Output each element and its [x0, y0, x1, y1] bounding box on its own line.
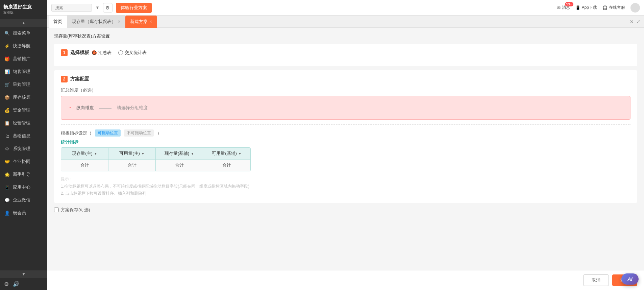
sidebar-item-member[interactable]: 👤畅会员 — [0, 207, 47, 219]
app-download-icon: 📱 — [575, 5, 580, 10]
sidebar-item-apps[interactable]: 📱应用中心 — [0, 181, 47, 194]
sidebar-item-procurement[interactable]: 🛒采购管理 — [0, 78, 47, 91]
tabs-right-controls: ✕ ⤢ — [630, 19, 644, 24]
indicator-header-cell-2[interactable]: 现存量(基辅)▼ — [156, 148, 203, 159]
indicator-label-suffix: ） — [157, 130, 162, 136]
app-download-label: App下载 — [582, 5, 597, 10]
user-avatar[interactable] — [630, 3, 640, 13]
sidebar-item-contracts[interactable]: 🤝企业协同 — [0, 155, 47, 168]
tips-section: 提示： 1.拖动标题栏可以调整布局，不可跨维度或指标区域拖动栏目字段(只能在同一… — [61, 175, 630, 197]
topbar-right: ✉ 消息 99+ 📱 App下载 🎧 在线客服 — [557, 3, 640, 13]
indicator-settings: 模板指标设定（ 可拖动位置 不可拖动位置 ） 统计指标 现存量(主)▼可用量(主… — [61, 129, 630, 171]
online-service-button[interactable]: 🎧 在线客服 — [602, 5, 625, 10]
tip-2: 2. 点击标题栏下拉可设置排序、插入列和删除列 — [61, 190, 630, 197]
sidebar-icon-quick-nav: ⚡ — [4, 43, 10, 49]
step1-section: 1 选择模板 汇总表 交叉统计表 — [54, 44, 637, 66]
indicator-data-cell-2: 合计 — [156, 160, 203, 171]
sidebar-icon-system: ⚙ — [4, 146, 10, 152]
step2-badge: 2 — [61, 76, 68, 82]
ai-float-button[interactable]: Ai — [621, 273, 639, 285]
tab-inventory-status[interactable]: 现存量（库存状况表） × — [67, 16, 125, 28]
cancel-button[interactable]: 取消 — [583, 274, 609, 286]
template-radio-group: 汇总表 交叉统计表 — [92, 50, 147, 56]
save-option-label: 方案保存(可选) — [61, 207, 90, 213]
indicator-header-cell-1[interactable]: 可用量(主)▼ — [108, 148, 156, 159]
sidebar-icon-contracts: 🤝 — [4, 159, 10, 165]
dimension-placeholder-row: * 纵向维度 —— 请选择分组维度 — [69, 104, 148, 112]
sidebar-item-wechat[interactable]: 💬企业微信 — [0, 194, 47, 207]
sidebar-item-sales[interactable]: 📊销售管理 — [0, 65, 47, 78]
sidebar-label-procurement: 采购管理 — [13, 81, 30, 88]
sidebar-icon-search-menu: 🔍 — [4, 30, 10, 36]
step1-badge: 1 — [61, 49, 68, 56]
sidebar-item-marketing[interactable]: 🎁营销推广 — [0, 52, 47, 65]
tab-home[interactable]: 首页 — [49, 16, 67, 28]
message-button[interactable]: ✉ 消息 99+ — [557, 5, 570, 10]
sidebar-label-search-menu: 搜索菜单 — [13, 30, 30, 36]
sidebar-logo: 畅康通好生意 标准版 — [0, 0, 47, 19]
step1-label: 选择模板 — [70, 50, 89, 56]
radio-summary[interactable]: 汇总表 — [92, 50, 112, 56]
sidebar-item-quick-nav[interactable]: ⚡快捷导航 — [0, 40, 47, 52]
indicator-header-cell-3[interactable]: 可用量(基辅)▼ — [203, 148, 250, 159]
dropdown-icon[interactable]: ▼ — [95, 5, 100, 10]
step2-section: 2 方案配置 汇总维度（必选） * 纵向维度 —— 请选择分组维度 模板指标设定… — [54, 70, 637, 203]
indicator-data-cell-3: 合计 — [203, 160, 250, 171]
sidebar-item-search-menu[interactable]: 🔍搜索菜单 — [0, 27, 47, 40]
draggable-badge: 可拖动位置 — [95, 129, 121, 137]
sidebar-item-operations[interactable]: 📋经营管理 — [0, 117, 47, 129]
indicator-header-cell-0[interactable]: 现存量(主)▼ — [61, 148, 108, 159]
tab-inventory-close[interactable]: × — [118, 19, 120, 24]
close-tab-icon[interactable]: ✕ — [630, 19, 634, 24]
indicator-label-prefix: 模板指标设定（ — [61, 130, 92, 136]
sidebar-item-newbie[interactable]: 🌟新手引导 — [0, 168, 47, 181]
sidebar-label-marketing: 营销推广 — [13, 56, 30, 62]
trial-button[interactable]: 体验行业方案 — [116, 3, 152, 13]
app-download-button[interactable]: 📱 App下载 — [575, 5, 597, 10]
sidebar-scroll-up[interactable]: ▲ — [0, 19, 47, 27]
expand-icon[interactable]: ⤢ — [637, 19, 641, 24]
message-badge: 99+ — [565, 2, 573, 6]
tips-title: 提示： — [61, 176, 73, 181]
message-icon: ✉ — [557, 5, 561, 10]
speaker-icon[interactable]: 🔊 — [13, 281, 20, 287]
sidebar-label-inventory: 库存核算 — [13, 94, 30, 100]
chevron-down-icon: ▼ — [238, 152, 242, 155]
radio-summary-input[interactable] — [92, 50, 97, 55]
radio-crosstab-input[interactable] — [118, 50, 123, 55]
app-name: 畅康通好生意 — [3, 4, 44, 10]
settings-icon[interactable]: ⚙ — [4, 281, 9, 287]
search-input[interactable] — [51, 4, 92, 12]
tab-new-plan-close[interactable]: × — [150, 19, 152, 24]
page-content: 现存量(库存状况表)方案设置 1 选择模板 汇总表 交叉统计表 — [47, 28, 644, 270]
non-draggable-badge: 不可拖动位置 — [124, 129, 154, 137]
sidebar-item-inventory[interactable]: 📦库存核算 — [0, 91, 47, 104]
indicator-settings-label: 模板指标设定（ 可拖动位置 不可拖动位置 ） — [61, 129, 630, 137]
gear-button[interactable]: ⚙ — [103, 3, 113, 13]
stats-label: 统计指标 — [61, 139, 630, 145]
indicator-header-row: 现存量(主)▼可用量(主)▼现存量(基辅)▼可用量(基辅)▼ — [61, 148, 250, 160]
main-area: ▼ ⚙ 体验行业方案 ✉ 消息 99+ 📱 App下载 🎧 在线客服 首页 — [47, 0, 644, 290]
tab-new-plan[interactable]: 新建方案 × — [125, 16, 157, 28]
sidebar-item-system[interactable]: ⚙系统管理 — [0, 142, 47, 155]
chevron-down-icon: ▼ — [191, 152, 194, 155]
online-service-label: 在线客服 — [609, 5, 625, 10]
sidebar-item-basics[interactable]: 🗂基础信息 — [0, 129, 47, 142]
sidebar-label-operations: 经营管理 — [13, 120, 30, 126]
save-checkbox[interactable] — [54, 208, 59, 212]
tab-home-label: 首页 — [53, 19, 62, 25]
sidebar-icon-apps: 📱 — [4, 184, 10, 190]
sidebar-item-finance[interactable]: 💰资金管理 — [0, 104, 47, 117]
sidebar-icon-newbie: 🌟 — [4, 171, 10, 177]
dim-dash: —— — [99, 104, 112, 112]
save-option: 方案保存(可选) — [54, 207, 637, 213]
dimension-label: 汇总维度（必选） — [61, 87, 630, 93]
sidebar-scroll-down[interactable]: ▼ — [0, 270, 47, 278]
tabs-bar: 首页 现存量（库存状况表） × 新建方案 × ✕ ⤢ — [47, 16, 644, 28]
step2-header: 2 方案配置 — [61, 76, 630, 82]
sidebar-label-newbie: 新手引导 — [13, 171, 30, 177]
radio-crosstab[interactable]: 交叉统计表 — [118, 50, 147, 56]
chevron-down-icon: ▼ — [94, 152, 97, 155]
section-divider — [61, 124, 630, 125]
step1-header: 1 选择模板 汇总表 交叉统计表 — [61, 49, 630, 56]
